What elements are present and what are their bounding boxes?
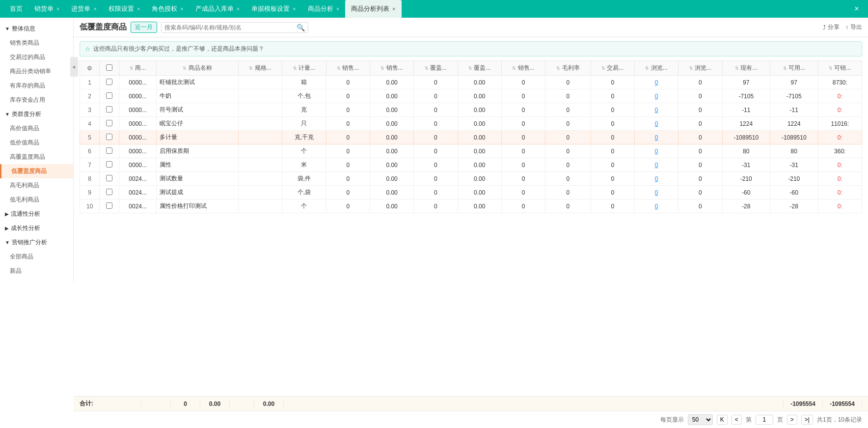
browse1-link[interactable]: 0 [655, 148, 658, 155]
col-gross-rate[interactable]: ⇅ 毛利率 [545, 61, 591, 76]
sidebar-item-traded-products[interactable]: 交易过的商品 [0, 50, 73, 64]
sidebar-item-low-margin[interactable]: 低毛利商品 [0, 193, 73, 207]
browse1-link[interactable]: 0 [655, 189, 658, 196]
close-icon[interactable]: × [137, 6, 140, 12]
col-sales2[interactable]: ⇅ 销售... [370, 61, 413, 76]
sidebar-item-high-value[interactable]: 高价值商品 [0, 121, 73, 136]
sidebar-item-low-coverage[interactable]: 低覆盖度商品 [0, 164, 73, 178]
row-browse1[interactable]: 0 [634, 89, 678, 103]
close-icon[interactable]: × [93, 6, 96, 12]
page-size-select[interactable]: 50 20 100 200 [688, 414, 713, 425]
window-close-button[interactable]: × [849, 1, 864, 16]
col-coverage2[interactable]: ⇅ 覆盖... [458, 61, 501, 76]
row-check[interactable] [100, 200, 119, 213]
col-settings[interactable]: ⚙ [80, 61, 100, 76]
row-browse1[interactable]: 0 [634, 172, 678, 186]
nav-role[interactable]: 角色授权 × [146, 0, 189, 18]
close-icon[interactable]: × [180, 6, 183, 12]
row-browse1[interactable]: 0 [634, 186, 678, 200]
browse1-link[interactable]: 0 [655, 107, 658, 114]
sidebar-item-high-margin[interactable]: 高毛利商品 [0, 178, 73, 193]
row-check[interactable] [100, 117, 119, 131]
row-check[interactable] [100, 172, 119, 186]
sidebar-section-marketing[interactable]: ▼ 营销推广分析 [0, 235, 73, 250]
row-checkbox[interactable] [106, 189, 112, 195]
browse1-link[interactable]: 0 [655, 134, 658, 141]
export-button[interactable]: ↑ 导出 [845, 23, 862, 31]
browse1-link[interactable]: 0 [655, 175, 658, 182]
col-check[interactable] [100, 61, 119, 76]
close-icon[interactable]: × [56, 6, 59, 12]
row-checkbox[interactable] [106, 79, 112, 85]
row-checkbox[interactable] [106, 92, 112, 99]
browse1-link[interactable]: 0 [655, 203, 658, 210]
period-button[interactable]: 近一月 [131, 22, 157, 33]
sidebar-section-growth[interactable]: ▶ 成长性分析 [0, 221, 73, 235]
page-number-input[interactable]: 1 [756, 415, 773, 425]
row-browse1[interactable]: 0 [634, 131, 678, 144]
row-checkbox[interactable] [106, 202, 112, 209]
close-icon[interactable]: × [293, 6, 296, 12]
row-checkbox[interactable] [106, 120, 112, 126]
row-check[interactable] [100, 186, 119, 200]
sidebar-item-all-products[interactable]: 全部商品 [0, 250, 73, 264]
sidebar-section-overall[interactable]: ▼ 整体信息 [0, 22, 73, 36]
search-input[interactable] [164, 24, 297, 31]
first-page-button[interactable]: K [717, 415, 728, 425]
row-browse1[interactable]: 0 [634, 200, 678, 213]
nav-purchase[interactable]: 进货单 × [65, 0, 102, 18]
col-sales3[interactable]: ⇅ 销售... [501, 61, 545, 76]
browse1-link[interactable]: 0 [655, 79, 658, 86]
row-check[interactable] [100, 158, 119, 172]
last-page-button[interactable]: >| [801, 415, 813, 425]
col-spec[interactable]: ⇅ 规格... [239, 61, 282, 76]
col-current[interactable]: ⇅ 现有... [722, 61, 770, 76]
sidebar-collapse-button[interactable]: « [70, 57, 78, 77]
col-name[interactable]: ⇅ 商品名称 [157, 61, 239, 76]
settings-icon[interactable]: ⚙ [87, 65, 92, 72]
select-all-checkbox[interactable] [106, 64, 112, 71]
sidebar-section-cluster[interactable]: ▼ 类群度分析 [0, 107, 73, 121]
row-checkbox[interactable] [106, 161, 112, 168]
browse1-link[interactable]: 0 [655, 120, 658, 127]
col-browse2[interactable]: ⇅ 浏览... [678, 61, 722, 76]
col-unit[interactable]: ⇅ 计量... [282, 61, 326, 76]
row-browse1[interactable]: 0 [634, 144, 678, 158]
sidebar-item-sales-products[interactable]: 销售类商品 [0, 36, 73, 50]
row-check[interactable] [100, 103, 119, 117]
row-browse1[interactable]: 0 [634, 117, 678, 131]
row-browse1[interactable]: 0 [634, 76, 678, 89]
sidebar-item-category-rate[interactable]: 商品分类动销率 [0, 64, 73, 79]
sidebar-item-stock-capital[interactable]: 库存资金占用 [0, 93, 73, 107]
sidebar-item-in-stock[interactable]: 有库存的商品 [0, 79, 73, 93]
row-check[interactable] [100, 89, 119, 103]
sidebar-item-high-coverage[interactable]: 高覆盖度商品 [0, 150, 73, 164]
row-browse1[interactable]: 0 [634, 158, 678, 172]
col-code[interactable]: ⇅ 商... [119, 61, 157, 76]
nav-product-analysis[interactable]: 商品分析 × [302, 0, 345, 18]
col-trade[interactable]: ⇅ 交易... [591, 61, 634, 76]
browse1-link[interactable]: 0 [655, 162, 658, 169]
next-page-button[interactable]: > [787, 415, 797, 425]
nav-warehouse[interactable]: 产成品入库单 × [190, 0, 245, 18]
row-checkbox[interactable] [106, 175, 112, 181]
share-button[interactable]: ⤴ 分享 [823, 23, 840, 31]
sidebar-section-circulation[interactable]: ▶ 流通性分析 [0, 207, 73, 221]
row-checkbox[interactable] [106, 134, 112, 140]
col-browse1[interactable]: ⇅ 浏览... [634, 61, 678, 76]
close-icon[interactable]: × [237, 6, 240, 12]
row-checkbox[interactable] [106, 147, 112, 154]
row-check[interactable] [100, 76, 119, 89]
close-icon[interactable]: × [392, 6, 395, 12]
nav-permission[interactable]: 权限设置 × [103, 0, 146, 18]
row-browse1[interactable]: 0 [634, 103, 678, 117]
nav-home[interactable]: 首页 [4, 0, 28, 18]
close-icon[interactable]: × [336, 6, 339, 12]
sidebar-item-low-value[interactable]: 低价值商品 [0, 136, 73, 150]
nav-template[interactable]: 单据模板设置 × [245, 0, 301, 18]
col-available[interactable]: ⇅ 可用... [770, 61, 818, 76]
prev-page-button[interactable]: < [732, 415, 742, 425]
col-coverage1[interactable]: ⇅ 覆盖... [414, 61, 458, 76]
nav-product-analysis-list[interactable]: 商品分析列表 × [345, 0, 401, 18]
col-sales1[interactable]: ⇅ 销售... [326, 61, 370, 76]
